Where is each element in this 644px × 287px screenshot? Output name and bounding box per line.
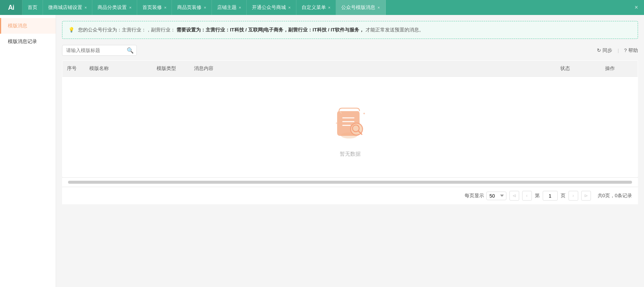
pagination: 每页显示 10 20 50 100 ⊲ ‹ 第 页 › ⊳ 共0页，0条记录 (62, 187, 638, 204)
tab-home-decor-label: 首页装修 (142, 4, 162, 11)
tab-product-decor-label: 商品页装修 (177, 4, 201, 11)
col-header-name: 模版名称 (85, 61, 152, 77)
sidebar: 模版消息 模版消息记录 (0, 15, 56, 287)
top-nav: Ai 首页 微商城店铺设置 × 商品分类设置 × 首页装修 × 商品页装修 × … (0, 0, 644, 15)
close-category-settings-icon[interactable]: × (129, 5, 131, 10)
col-header-content: 消息内容 (189, 61, 556, 77)
sidebar-item-template-record[interactable]: 模版消息记录 (0, 34, 56, 49)
tab-open-mall-label: 开通公众号商城 (252, 4, 286, 11)
tab-custom-menu[interactable]: 自定义菜单 × (296, 0, 336, 15)
close-product-decor-icon[interactable]: × (204, 5, 206, 10)
col-header-status: 状态 (556, 61, 601, 77)
help-button[interactable]: ? 帮助 (624, 47, 638, 54)
tab-store-settings-label: 微商城店铺设置 (48, 4, 82, 11)
logo-tab[interactable]: Ai (0, 0, 22, 15)
tab-home[interactable]: 首页 (22, 0, 43, 15)
empty-state-cell: ✦ ✦ 暂无数据 (62, 77, 638, 177)
close-custom-menu-icon[interactable]: × (328, 5, 330, 10)
search-left: 🔍 (62, 45, 137, 56)
tab-template-msg[interactable]: 公众号模版消息 × (336, 0, 385, 15)
search-input-wrap: 🔍 (62, 45, 137, 56)
svg-text:✦: ✦ (335, 122, 338, 125)
col-header-action: 操作 (601, 61, 638, 77)
layout: 模版消息 模版消息记录 💡 您的公众号行业为：主营行业：，副营行业： 需要设置为… (0, 15, 644, 287)
tab-open-mall[interactable]: 开通公众号商城 × (247, 0, 296, 15)
page-size-select[interactable]: 10 20 50 100 (486, 192, 506, 200)
tab-home-label: 首页 (28, 4, 37, 11)
main-content: 💡 您的公众号行业为：主营行业：，副营行业： 需要设置为：主营行业：IT科技 /… (56, 15, 644, 287)
sidebar-item-template-msg-label: 模版消息 (8, 23, 27, 28)
tab-home-decor[interactable]: 首页装修 × (137, 0, 172, 15)
search-right: ↻ 同步 | ? 帮助 (597, 47, 638, 54)
empty-state: ✦ ✦ 暂无数据 (67, 81, 633, 172)
page-label: 第 (535, 192, 540, 199)
table-header-row: 序号 模版名称 模版类型 消息内容 状态 操作 (62, 61, 638, 77)
tab-category-settings-label: 商品分类设置 (98, 4, 127, 11)
page-suffix: 页 (561, 192, 566, 199)
close-store-settings-icon[interactable]: × (84, 5, 87, 10)
notice-suffix: 才能正常发送预置的消息。 (366, 27, 424, 33)
close-template-msg-icon[interactable]: × (378, 5, 380, 10)
close-store-theme-icon[interactable]: × (239, 5, 241, 10)
col-header-seq: 序号 (62, 61, 85, 77)
sync-button[interactable]: ↻ 同步 (597, 47, 612, 54)
tab-store-theme-label: 店铺主题 (217, 4, 237, 11)
page-prev-button[interactable]: ‹ (522, 191, 532, 201)
col-header-type: 模版类型 (152, 61, 189, 77)
tab-custom-menu-label: 自定义菜单 (302, 4, 326, 11)
horizontal-scrollbar[interactable] (68, 181, 632, 184)
help-icon: ? (624, 48, 627, 53)
close-home-decor-icon[interactable]: × (164, 5, 166, 10)
empty-icon: ✦ ✦ (330, 104, 371, 145)
notice-icon: 💡 (68, 27, 74, 33)
page-total: 共0页，0条记录 (598, 192, 632, 199)
tab-store-theme[interactable]: 店铺主题 × (212, 0, 247, 15)
empty-text: 暂无数据 (67, 151, 633, 158)
sync-label: 同步 (603, 47, 612, 54)
data-table: 序号 模版名称 模版类型 消息内容 状态 操作 (62, 60, 638, 177)
close-open-mall-icon[interactable]: × (288, 5, 290, 10)
tab-category-settings[interactable]: 商品分类设置 × (92, 0, 137, 15)
search-input[interactable] (62, 45, 137, 56)
page-next-button[interactable]: › (568, 191, 578, 201)
svg-text:✦: ✦ (363, 112, 366, 116)
page-input[interactable] (543, 191, 558, 201)
notice-highlight: 需要设置为：主营行业：IT科技 / 互联网|电子商务，副营行业：IT科技 / I… (176, 27, 364, 33)
search-icon[interactable]: 🔍 (127, 47, 134, 54)
sidebar-item-template-msg[interactable]: 模版消息 (0, 18, 56, 34)
page-first-button[interactable]: ⊲ (509, 191, 519, 201)
sync-icon: ↻ (597, 48, 601, 53)
page-size-wrap: 每页显示 10 20 50 100 (465, 192, 506, 200)
sidebar-item-template-record-label: 模版消息记录 (8, 39, 37, 44)
tab-store-settings[interactable]: 微商城店铺设置 × (43, 0, 92, 15)
search-bar: 🔍 ↻ 同步 | ? 帮助 (62, 45, 638, 56)
tab-template-msg-label: 公众号模版消息 (341, 4, 375, 11)
close-all-button[interactable]: × (629, 4, 644, 11)
notice-box: 💡 您的公众号行业为：主营行业：，副营行业： 需要设置为：主营行业：IT科技 /… (62, 21, 638, 39)
tab-product-decor[interactable]: 商品页装修 × (172, 0, 212, 15)
scrollbar-row (62, 177, 638, 187)
empty-state-row: ✦ ✦ 暂无数据 (62, 77, 638, 177)
table-body: ✦ ✦ 暂无数据 (62, 77, 638, 177)
logo-text: Ai (8, 4, 14, 12)
help-label: 帮助 (628, 47, 638, 54)
divider: | (617, 48, 619, 53)
page-size-label: 每页显示 (465, 192, 484, 199)
page-last-button[interactable]: ⊳ (581, 191, 591, 201)
notice-prefix: 您的公众号行业为：主营行业：，副营行业： (78, 27, 175, 33)
